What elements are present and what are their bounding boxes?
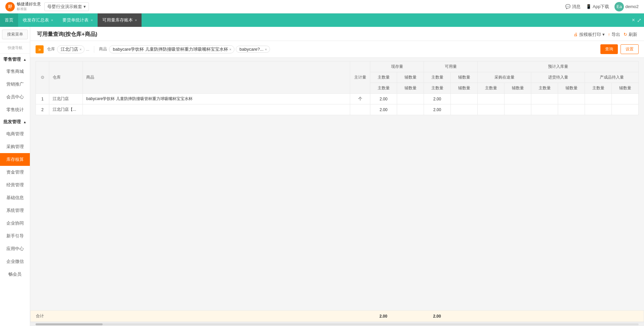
refresh-btn[interactable]: ↻ 刷新 [624, 32, 637, 38]
cell-unit-1: 个 [350, 94, 370, 104]
table-footer: 合计 2.00 2.00 [30, 310, 644, 322]
cell-production-main-1 [585, 94, 612, 104]
sidebar-item-member[interactable]: 会员中心 [0, 91, 30, 103]
nav-right-btns: × ⤢ [632, 17, 644, 24]
main-layout: 搜索菜单 快捷导航 零售管理 ▲ 零售商城 营销推广 会员中心 零售统计 批发管… [0, 27, 644, 326]
th-production-sub: 产成品待入量 [585, 72, 639, 83]
tab-close-receipt[interactable]: × [51, 18, 53, 22]
sidebar-item-operations[interactable]: 经营管理 [0, 179, 30, 191]
th-production-aux: 辅数量 [612, 83, 639, 94]
sidebar-item-zero-mall[interactable]: 零售商城 [0, 65, 30, 78]
sidebar-item-procurement[interactable]: 采购管理 [0, 140, 30, 153]
sidebar-item-enterprise[interactable]: 企业协同 [0, 217, 30, 230]
th-available-group: 可用量 [424, 61, 478, 72]
settings-button[interactable]: 设置 [621, 44, 639, 54]
account-selector[interactable]: 母婴行业演示账套 ▾ [44, 2, 89, 11]
horizontal-scrollbar-thumb[interactable] [36, 323, 103, 325]
th-purchase-main: 主数量 [478, 83, 504, 94]
logo-sub: 标准版 [17, 7, 41, 11]
close-all-tabs-btn[interactable]: × [632, 17, 635, 23]
footer-incoming-aux [558, 314, 585, 319]
tab-receipt-summary[interactable]: 收发存汇总表 × [18, 13, 58, 27]
export-btn[interactable]: ↑ 导出 [608, 32, 621, 38]
sidebar-item-system[interactable]: 系统管理 [0, 204, 30, 217]
warehouse-tag-close[interactable]: × [79, 47, 82, 51]
cell-stock-aux-1 [397, 94, 424, 104]
th-stock-group: 现存量 [370, 61, 424, 72]
message-icon: 💬 [565, 4, 571, 9]
quick-nav-label[interactable]: 快捷导航 [2, 44, 28, 51]
warehouse-label: 仓库 [47, 46, 55, 52]
tab-order-stats[interactable]: 要货单统计表 × [58, 13, 97, 27]
app-download-btn[interactable]: 📱 App下载 [586, 4, 609, 10]
footer-values: 2.00 2.00 [63, 314, 638, 319]
sidebar-item-basic-info[interactable]: 基础信息 [0, 191, 30, 204]
top-bar-right: 💬 消息 📱 App下载 Ea demo2 [565, 2, 639, 11]
cell-production-main-2 [585, 104, 612, 115]
chevron-down-icon: ▾ [84, 4, 86, 9]
user-menu[interactable]: Ea demo2 [614, 2, 639, 11]
tab-available-stock[interactable]: 可用量库存账本 × [98, 13, 142, 27]
data-table: ⚙ 仓库 商品 主计量 现存量 可用量 预计入库量 主数量 辅数量 主数量 辅数… [36, 61, 639, 115]
product-label: 商品 [99, 46, 107, 52]
sidebar-item-app-center[interactable]: 应用中心 [0, 242, 30, 255]
chevron-icon-wholesale: ▲ [23, 120, 26, 124]
cell-incoming-main-2 [531, 104, 558, 115]
product-tag-babycare[interactable]: babycare学饮杯 儿童防摔防撞吸管杯重力球吸嘴杯宝宝水杯 × [109, 45, 234, 53]
th-stock-aux: 辅数量 [397, 72, 424, 83]
cell-avail-aux-1 [451, 94, 478, 104]
footer-avail-main: 2.00 [424, 314, 450, 319]
app-icon: 📱 [586, 4, 591, 9]
sidebar-item-new-guide[interactable]: 新手引导 [0, 230, 30, 242]
logo-text: 畅捷通好生意 [17, 2, 41, 7]
query-button[interactable]: 查询 [600, 44, 618, 54]
cell-warehouse-2: 江北门店【... [49, 104, 83, 115]
sidebar-item-zero-stats[interactable]: 零售统计 [0, 103, 30, 116]
tab-home[interactable]: 首页 [0, 13, 18, 27]
chevron-icon-zero-sales: ▲ [23, 58, 26, 61]
sidebar-item-zero-sales[interactable]: 零售管理 ▲ [0, 54, 30, 65]
th-avail-aux2: 辅数量 [451, 83, 478, 94]
top-bar-left: 好 畅捷通好生意 标准版 母婴行业演示账套 ▾ [5, 2, 89, 12]
settings-icon[interactable]: ⚙ [41, 75, 45, 80]
cell-production-aux-1 [612, 94, 639, 104]
sidebar: 搜索菜单 快捷导航 零售管理 ▲ 零售商城 营销推广 会员中心 零售统计 批发管… [0, 27, 30, 326]
cell-incoming-aux-2 [558, 104, 585, 115]
tab-close-order[interactable]: × [91, 18, 93, 22]
message-btn[interactable]: 💬 消息 [565, 4, 581, 10]
print-btn[interactable]: 🖨 按模板打印 ▾ [574, 32, 605, 38]
filter-actions: 查询 设置 [600, 44, 639, 54]
horizontal-scrollbar-track[interactable] [36, 323, 639, 325]
cell-purchase-main-2 [478, 104, 504, 115]
search-menu-btn[interactable]: 搜索菜单 [2, 30, 28, 39]
warehouse-more[interactable]: ... [86, 47, 89, 52]
th-product: 商品 [83, 61, 350, 94]
cell-avail-aux-2 [451, 104, 478, 115]
sidebar-item-enterprise-wechat[interactable]: 企业微信 [0, 255, 30, 268]
warehouse-filter-group: 仓库 江北门店 × ... [47, 45, 89, 53]
fullscreen-btn[interactable]: ⤢ [637, 17, 641, 24]
filter-expand-btn[interactable]: » [36, 45, 44, 53]
cell-unit-2 [350, 104, 370, 115]
sidebar-quick-nav: 快捷导航 [0, 42, 30, 54]
sidebar-item-ecommerce[interactable]: 电商管理 [0, 128, 30, 140]
product-tag-babycare2[interactable]: babycare?... × [236, 46, 270, 53]
cell-production-aux-2 [612, 104, 639, 115]
footer-purchase-aux [504, 314, 531, 319]
sidebar-item-wholesale[interactable]: 批发管理 ▲ [0, 116, 30, 128]
warehouse-tag-jiangbei[interactable]: 江北门店 × [57, 45, 85, 53]
sidebar-item-marketing[interactable]: 营销推广 [0, 78, 30, 91]
tab-close-available[interactable]: × [135, 18, 137, 22]
cell-product-2 [83, 104, 350, 115]
sidebar-item-finance[interactable]: 资金管理 [0, 166, 30, 179]
logo-icon: 好 [5, 2, 15, 11]
cell-stock-aux-2 [397, 104, 424, 115]
th-production-main: 主数量 [585, 83, 612, 94]
print-dropdown-icon: ▾ [602, 32, 605, 37]
product-tag-close-1[interactable]: × [229, 47, 231, 51]
sidebar-item-member2[interactable]: 畅会员 [0, 268, 30, 281]
th-settings[interactable]: ⚙ [36, 61, 49, 94]
product-tag-close-2[interactable]: × [265, 47, 267, 51]
sidebar-item-inventory[interactable]: 库存核算 [0, 153, 30, 166]
footer-avail-aux [450, 314, 477, 319]
